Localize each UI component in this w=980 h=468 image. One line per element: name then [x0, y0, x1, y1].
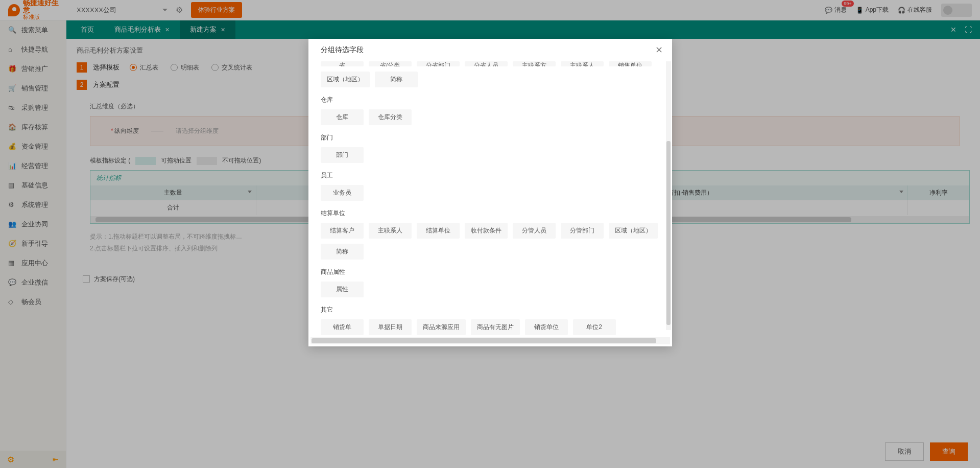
group-title: 商品属性	[321, 268, 660, 276]
field-chip[interactable]: 单位2	[573, 319, 616, 335]
modal-title: 分组待选字段	[321, 45, 364, 55]
group-title: 部门	[321, 133, 660, 142]
modal-hscrollbar[interactable]	[310, 337, 670, 344]
field-chip[interactable]: 结算单位	[417, 223, 460, 239]
chip-row-partial: 省省/分类分省部门分省人员主联系方主联系人销售单位	[321, 61, 660, 66]
field-chip[interactable]: 省	[321, 61, 364, 66]
field-chip[interactable]: 区域（地区）	[321, 72, 370, 87]
field-chip[interactable]: 区域（地区）	[609, 223, 658, 239]
chip-group: 部门	[321, 147, 660, 163]
chip-group: 仓库仓库分类	[321, 109, 660, 125]
scrollbar-thumb[interactable]	[312, 338, 657, 343]
field-chip[interactable]: 省/分类	[369, 61, 412, 66]
field-chip[interactable]: 分省人员	[465, 61, 508, 66]
chip-group: 业务员	[321, 185, 660, 201]
field-chip[interactable]: 商品有无图片	[471, 319, 520, 335]
modal-header: 分组待选字段 ✕	[308, 39, 672, 61]
modal-body: 省省/分类分省部门分省人员主联系方主联系人销售单位 区域（地区）简称 仓库仓库仓…	[308, 61, 672, 337]
chip-group: 属性	[321, 282, 660, 297]
chip-group: 结算客户主联系人结算单位收付款条件分管人员分管部门区域（地区）简称	[321, 223, 660, 260]
field-chip[interactable]: 结算客户	[321, 223, 364, 239]
field-chip[interactable]: 仓库分类	[369, 109, 412, 125]
field-select-modal: 分组待选字段 ✕ 省省/分类分省部门分省人员主联系方主联系人销售单位 区域（地区…	[308, 39, 672, 346]
close-icon[interactable]: ✕	[655, 44, 663, 56]
modal-vscrollbar[interactable]	[666, 61, 671, 330]
field-chip[interactable]: 主联系方	[513, 61, 556, 66]
field-chip[interactable]: 主联系人	[561, 61, 604, 66]
group-title: 其它	[321, 306, 660, 314]
field-chip[interactable]: 销货单位	[525, 319, 568, 335]
field-chip[interactable]: 分管部门	[561, 223, 604, 239]
field-chip[interactable]: 商品来源应用	[417, 319, 466, 335]
field-chip[interactable]: 属性	[321, 282, 364, 297]
group-title: 结算单位	[321, 209, 660, 218]
scrollbar-thumb[interactable]	[666, 141, 671, 325]
field-chip[interactable]: 业务员	[321, 185, 364, 201]
field-chip[interactable]: 销货单	[321, 319, 364, 335]
chip-row-partial2: 区域（地区）简称	[321, 72, 660, 87]
field-chip[interactable]: 部门	[321, 147, 364, 163]
field-chip[interactable]: 单据日期	[369, 319, 412, 335]
field-chip[interactable]: 仓库	[321, 109, 364, 125]
field-chip[interactable]: 简称	[375, 72, 418, 87]
group-title: 员工	[321, 171, 660, 180]
field-chip[interactable]: 分管人员	[513, 223, 556, 239]
chip-group: 销货单单据日期商品来源应用商品有无图片销货单位单位2主计量制单人审核人出库人预计…	[321, 319, 660, 337]
field-chip[interactable]: 分省部门	[417, 61, 460, 66]
field-chip[interactable]: 收付款条件	[465, 223, 508, 239]
field-chip[interactable]: 销售单位	[609, 61, 652, 66]
group-title: 仓库	[321, 96, 660, 104]
field-chip[interactable]: 简称	[321, 244, 364, 260]
field-chip[interactable]: 主联系人	[369, 223, 412, 239]
